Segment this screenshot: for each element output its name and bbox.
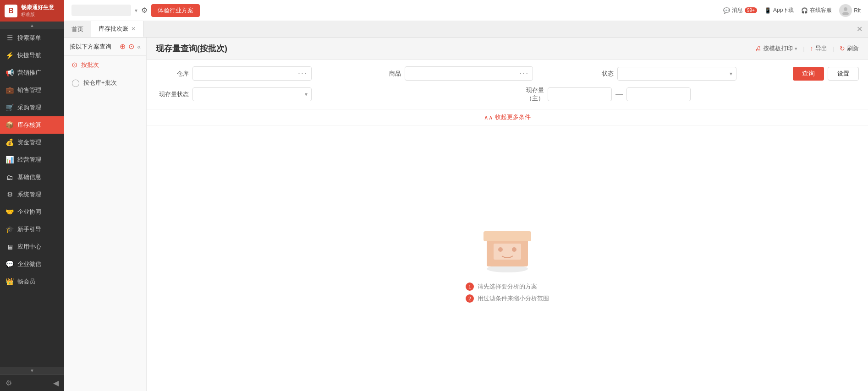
app-download-action[interactable]: 📱 App下载	[764, 6, 794, 14]
empty-step-2: 2 用过滤条件来缩小分析范围	[466, 294, 549, 303]
tab-close-icon[interactable]: ✕	[131, 26, 136, 32]
business-icon: 📊	[5, 156, 14, 164]
sidebar-item-label-inventory: 库存核算	[17, 121, 41, 129]
sidebar-settings-icon[interactable]: ⚙	[5, 379, 12, 387]
status-chevron-icon: ▾	[730, 71, 732, 77]
basic-icon: 🗂	[5, 174, 14, 181]
print-template-action[interactable]: 🖨 按模板打印 ▾	[755, 44, 797, 53]
empty-step-1: 1 请先选择要分析的方案	[466, 282, 549, 291]
inventory-qty-label: 现存量（主）	[511, 86, 548, 103]
add-scheme-icon[interactable]: ⊕	[120, 42, 126, 51]
warehouse-input-wrap[interactable]: ···	[192, 66, 312, 81]
status-label: 状态	[581, 70, 617, 78]
inventory-qty-to-input[interactable]	[631, 91, 708, 98]
scheme-item-by-warehouse-batch[interactable]: ◯ 按仓库+批次	[64, 74, 146, 92]
left-panel-title: 按以下方案查询	[70, 43, 111, 51]
tab-home[interactable]: 首页	[64, 21, 91, 37]
batch-active-icon: ⊙	[71, 60, 77, 69]
inventory-qty-dash: —	[612, 90, 626, 98]
empty-state: 1 请先选择要分析的方案 2 用过滤条件来缩小分析范围	[147, 125, 868, 391]
tab-close-panel[interactable]: ✕	[851, 21, 868, 37]
goods-more-icon[interactable]: ···	[519, 69, 529, 78]
settings-scheme-icon[interactable]: ⊙	[128, 42, 134, 51]
refresh-action[interactable]: ↻ 刷新	[840, 44, 859, 53]
svg-point-7	[512, 247, 516, 252]
scheme-item-by-batch[interactable]: ⊙ 按批次	[64, 56, 146, 74]
inventory-qty-to[interactable]	[626, 87, 691, 101]
sidebar-item-marketing[interactable]: 📢 营销推广	[0, 64, 64, 81]
divider1: |	[803, 45, 804, 52]
sidebar-item-quick-nav[interactable]: ⚡ 快捷导航	[0, 47, 64, 64]
filter-group-status: 状态 ▾	[581, 67, 786, 81]
topbar-left: ▾ ⚙ 体验行业方案	[71, 4, 720, 17]
sidebar-scroll-up[interactable]: ▲	[0, 22, 64, 29]
goods-label: 商品	[368, 70, 405, 78]
print-icon: 🖨	[755, 45, 761, 52]
sidebar-item-member[interactable]: 👑 畅会员	[0, 273, 64, 290]
step-num-2: 2	[466, 294, 474, 303]
filter-row-2: 现存量状态 ▾ 现存量（主） —	[156, 86, 859, 103]
sales-icon: 💼	[5, 86, 14, 94]
topbar-username[interactable]: Rit	[854, 7, 861, 14]
sidebar-item-enterprise[interactable]: 🤝 企业协同	[0, 203, 64, 221]
svg-point-0	[844, 7, 847, 11]
sidebar-item-inventory[interactable]: 📦 库存核算	[0, 116, 64, 134]
sidebar-item-business[interactable]: 📊 经营管理	[0, 151, 64, 168]
sidebar-item-newbie[interactable]: 🎓 新手引导	[0, 221, 64, 238]
scheme-label-by-warehouse-batch: 按仓库+批次	[83, 79, 117, 87]
collapse-panel-icon[interactable]: «	[137, 43, 141, 50]
divider2: |	[833, 45, 834, 52]
page-header: 现存量查询(按批次) 🖨 按模板打印 ▾ | ↑ 导出 | ↻	[147, 38, 868, 60]
inventory-status-label: 现存量状态	[156, 90, 192, 98]
collapse-bar[interactable]: ∧∧ 收起更多条件	[147, 109, 868, 125]
tab-batch-account[interactable]: 库存批次账 ✕	[91, 21, 143, 37]
svg-rect-5	[494, 244, 521, 260]
settings-button[interactable]: 设置	[828, 67, 859, 81]
query-button[interactable]: 查询	[793, 67, 824, 81]
sidebar-version: 标准版	[21, 11, 54, 18]
sidebar-item-wechat[interactable]: 💬 企业微信	[0, 255, 64, 273]
online-service-action[interactable]: 🎧 在线客服	[801, 6, 832, 14]
sidebar-item-label-wechat: 企业微信	[17, 260, 41, 268]
filter-row-1: 仓库 ··· 商品 ···	[156, 66, 859, 81]
inventory-qty-from[interactable]	[548, 87, 612, 101]
sidebar-collapse-icon[interactable]: ◀	[53, 379, 59, 387]
sidebar-item-label-finance: 资金管理	[17, 138, 41, 147]
empty-illustration	[475, 214, 539, 273]
status-select[interactable]: ▾	[617, 67, 736, 81]
export-action[interactable]: ↑ 导出	[810, 44, 827, 53]
topbar-chevron-icon[interactable]: ▾	[135, 7, 137, 14]
sidebar-item-purchase[interactable]: 🛒 采购管理	[0, 99, 64, 116]
user-action[interactable]: Rit	[839, 4, 861, 17]
user-avatar	[839, 4, 852, 17]
messages-action[interactable]: 💬 消息 99+	[723, 6, 757, 14]
filter-section: 仓库 ··· 商品 ···	[147, 60, 868, 125]
sidebar-logo: B	[5, 5, 17, 17]
messages-label: 消息	[732, 6, 743, 14]
sidebar-item-system[interactable]: ⚙ 系统管理	[0, 186, 64, 203]
inventory-status-select[interactable]: ▾	[192, 87, 312, 101]
filter-area: 仓库 ··· 商品 ···	[147, 60, 868, 109]
warehouse-more-icon[interactable]: ···	[298, 69, 308, 78]
sidebar-scroll-down[interactable]: ▼	[0, 367, 64, 375]
app-download-label: App下载	[773, 6, 794, 14]
page-title: 现存量查询(按批次)	[156, 43, 227, 54]
sidebar-item-app-center[interactable]: 🖥 应用中心	[0, 238, 64, 255]
sidebar-item-sales[interactable]: 💼 销售管理	[0, 81, 64, 99]
sidebar-item-basic[interactable]: 🗂 基础信息	[0, 168, 64, 186]
experience-btn[interactable]: 体验行业方案	[151, 4, 200, 17]
print-chevron-icon[interactable]: ▾	[795, 46, 797, 52]
svg-point-6	[498, 247, 503, 252]
topbar-gear-icon[interactable]: ⚙	[141, 6, 148, 15]
sidebar-item-search[interactable]: ☰ 搜索菜单	[0, 29, 64, 47]
inventory-status-chevron-icon: ▾	[305, 91, 308, 98]
enterprise-icon: 🤝	[5, 208, 14, 216]
sidebar-item-finance[interactable]: 💰 资金管理	[0, 134, 64, 151]
inventory-icon: 📦	[5, 121, 14, 129]
close-panel-icon[interactable]: ✕	[857, 25, 863, 33]
filter-group-inventory-status: 现存量状态 ▾	[156, 87, 504, 101]
print-template-label: 按模板打印	[763, 44, 793, 53]
empty-step-2-text: 用过滤条件来缩小分析范围	[478, 294, 549, 303]
topbar-search-box[interactable]	[71, 5, 131, 16]
goods-input-wrap[interactable]: ···	[405, 66, 533, 81]
